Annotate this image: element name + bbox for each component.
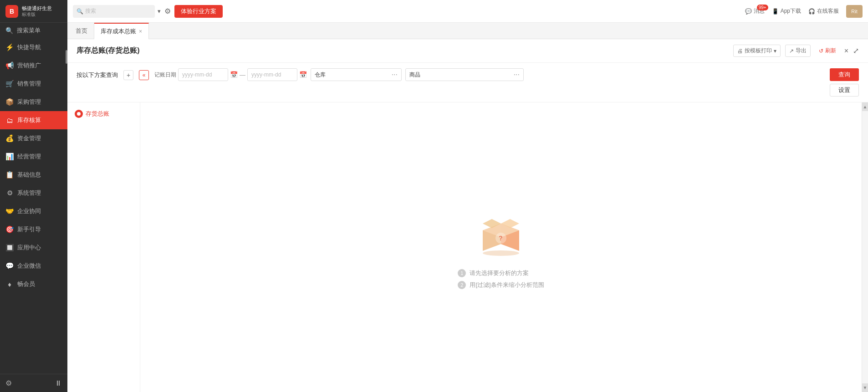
empty-tip-1: 1 请先选择要分析的方案 [458,269,544,277]
tab-inventory-cost[interactable]: 库存成本总账 × [94,23,149,39]
page-title: 库存总账(存货总账) [77,46,140,56]
filter-and-content: 存货总账 [67,102,868,392]
export-btn[interactable]: ↗ 导出 [785,45,811,57]
sidebar-item-member[interactable]: ♦ 畅会员 [0,275,67,293]
sidebar-item-sales[interactable]: 🛒 销售管理 [0,75,67,93]
topbar-settings-icon[interactable]: ⚙ [164,7,171,15]
sidebar-item-inventory[interactable]: 🗂 库存核算 [0,111,67,129]
sidebar-item-app-center[interactable]: 🔲 应用中心 [0,239,67,257]
main-area: 🔍 搜索 ▾ ⚙ 体验行业方案 💬 消息 99+ 📱 App下载 🎧 在线客服 [67,0,868,392]
topbar: 🔍 搜索 ▾ ⚙ 体验行业方案 💬 消息 99+ 📱 App下载 🎧 在线客服 [67,0,868,23]
tip-number-1: 1 [458,269,466,277]
user-avatar[interactable]: Rit [846,5,863,18]
message-btn[interactable]: 💬 消息 99+ [745,7,765,15]
basic-info-icon: 📋 [5,171,14,179]
app-name: 畅捷通好生意 标准版 [22,5,52,17]
topbar-dropdown-icon[interactable]: ▾ [158,8,161,15]
date-end-input[interactable]: yyyy-mm-dd [247,68,297,81]
app-logo-icon: B [5,5,18,18]
right-scrollbar: ▲ ▼ [862,102,868,392]
quick-nav-icon: ⚡ [5,43,14,51]
sidebar-item-system[interactable]: ⚙ 系统管理 [0,184,67,202]
filter-label: 按以下方案查询 [77,68,118,79]
filter-actions: 查询 设置 [830,68,859,97]
panel-close-icon[interactable]: × [844,47,848,55]
calendar-start-icon[interactable]: 📅 [230,71,238,78]
calendar-end-icon[interactable]: 📅 [299,71,307,78]
operations-icon: 📊 [5,153,14,161]
app-download-btn[interactable]: 📱 App下载 [772,7,801,15]
page-header-actions: 🖨 按模板打印 ▾ ↗ 导出 ↺ 刷新 × ⤢ [733,45,859,57]
goods-selector[interactable]: 商品 ··· [405,68,524,81]
topbar-left: 🔍 搜索 ▾ ⚙ 体验行业方案 [73,5,741,18]
refresh-btn[interactable]: ↺ 刷新 [815,45,840,56]
scheme-panel: 存货总账 [67,102,140,392]
empty-tips: 1 请先选择要分析的方案 2 用[过滤]条件来缩小分析范围 [458,269,544,289]
panel-resize-icon[interactable]: ⤢ [853,46,859,55]
sidebar-item-basic-info[interactable]: 📋 基础信息 [0,166,67,184]
enterprise-icon: 🤝 [5,207,14,215]
industry-btn[interactable]: 体验行业方案 [174,5,223,18]
warehouse-selector[interactable]: 仓库 ··· [311,68,402,81]
sidebar-item-marketing[interactable]: 📢 营销推广 [0,56,67,75]
online-support-btn[interactable]: 🎧 在线客服 [808,7,839,15]
message-icon: 💬 [745,8,752,15]
empty-tip-2: 2 用[过滤]条件来缩小分析范围 [458,281,544,289]
warehouse-more-icon[interactable]: ··· [392,71,398,79]
export-icon: ↗ [789,48,794,54]
filter-warehouse-group: 仓库 ··· [311,68,402,81]
query-btn[interactable]: 查询 [830,68,859,81]
goods-more-icon[interactable]: ··· [514,71,520,79]
refresh-icon: ↺ [819,48,823,54]
sidebar-bottom: ⚙ ⏸ [0,374,67,392]
guide-icon: 🎯 [5,225,14,234]
date-start-input[interactable]: yyyy-mm-dd [178,68,228,81]
sidebar-settings-icon[interactable]: ⚙ [5,379,12,387]
search-icon: 🔍 [5,27,13,34]
tip-number-2: 2 [458,281,466,289]
filter-add-btn[interactable]: + [123,70,133,80]
date-label: 记账日期 [154,71,176,79]
print-template-btn[interactable]: 🖨 按模板打印 ▾ [733,45,781,57]
marketing-icon: 📢 [5,61,14,70]
tab-close-inventory-cost[interactable]: × [139,28,142,35]
sidebar-search[interactable]: 🔍 搜索菜单 [0,23,67,38]
topbar-right: 💬 消息 99+ 📱 App下载 🎧 在线客服 Rit [745,5,863,18]
sidebar-item-wechat[interactable]: 💬 企业微信 [0,257,67,275]
svg-point-0 [77,112,81,116]
topbar-search-box[interactable]: 🔍 搜索 [73,5,155,18]
sidebar-item-enterprise[interactable]: 🤝 企业协同 [0,202,67,220]
system-icon: ⚙ [5,189,14,197]
scheme-icon [75,110,83,118]
scheme-item-stock-ledger[interactable]: 存货总账 [67,106,140,122]
sidebar-item-purchase[interactable]: 📦 采购管理 [0,93,67,111]
download-icon: 📱 [772,8,779,15]
filter-settings-btn[interactable]: 设置 [830,84,859,97]
filter-area: 按以下方案查询 + « 记账日期 yyyy-mm-dd 📅 — yyyy-mm-… [67,63,868,102]
empty-illustration: ? [474,205,528,260]
filter-collapse-btn[interactable]: « [139,70,149,80]
empty-state: ? 1 请先选择要分析的方案 2 用[过滤]条件来缩小分析范围 [140,102,862,392]
scroll-down-btn[interactable]: ▼ [862,383,868,392]
print-icon: 🖨 [737,48,743,54]
wechat-icon: 💬 [5,262,14,270]
tab-home[interactable]: 首页 [69,23,94,39]
support-icon: 🎧 [808,8,815,15]
print-dropdown-icon: ▾ [774,48,776,54]
svg-text:?: ? [499,234,503,242]
sidebar-item-finance[interactable]: 💰 资金管理 [0,129,67,148]
topbar-search-icon: 🔍 [77,8,83,15]
member-icon: ♦ [5,280,14,288]
date-separator: — [240,71,245,78]
filter-goods-group: 商品 ··· [405,68,524,81]
page-header: 库存总账(存货总账) 🖨 按模板打印 ▾ ↗ 导出 ↺ 刷新 × ⤢ [67,39,868,63]
sidebar-item-operations[interactable]: 📊 经营管理 [0,148,67,166]
purchase-icon: 📦 [5,98,14,106]
sidebar-logo: B 畅捷通好生意 标准版 [0,0,67,23]
scroll-up-btn[interactable]: ▲ [862,102,868,111]
finance-icon: 💰 [5,134,14,143]
sidebar-item-quick-nav[interactable]: ⚡ 快捷导航 [0,38,67,56]
sidebar-item-guide[interactable]: 🎯 新手引导 [0,220,67,239]
app-center-icon: 🔲 [5,244,14,252]
sidebar-collapse-icon[interactable]: ⏸ [55,379,62,387]
